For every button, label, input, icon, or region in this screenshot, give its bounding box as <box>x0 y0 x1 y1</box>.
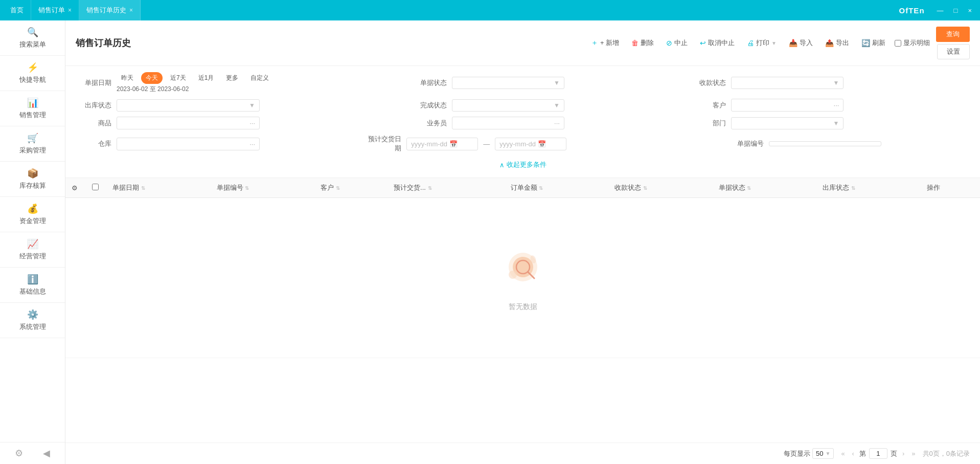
col-customer-label: 客户 <box>321 184 334 191</box>
table-settings-col[interactable]: ⚙ <box>65 178 86 198</box>
sidebar-settings-btn[interactable]: ⚙ <box>15 448 23 459</box>
print-dropdown-icon[interactable]: ▼ <box>771 40 777 46</box>
cancel-stop-btn-label: 取消中止 <box>708 38 735 48</box>
filter-settings-btn[interactable]: 设置 <box>937 44 970 59</box>
minimize-btn[interactable]: — <box>934 7 947 14</box>
sidebar-item-quick-nav[interactable]: ⚡ 快捷导航 <box>0 56 65 91</box>
sidebar-item-system[interactable]: ⚙️ 系统管理 <box>0 303 65 338</box>
tab-sales-order[interactable]: 销售订单 × <box>31 0 79 20</box>
collapse-up-icon: ∧ <box>499 161 505 169</box>
refresh-btn[interactable]: 🔄 刷新 <box>858 36 888 50</box>
warehouse-dots[interactable]: ··· <box>249 140 255 148</box>
col-customer[interactable]: 客户 ⇅ <box>314 178 388 198</box>
first-page-btn[interactable]: « <box>839 449 847 458</box>
col-customer-sort[interactable]: ⇅ <box>336 185 340 191</box>
date-yesterday[interactable]: 昨天 <box>117 72 138 84</box>
select-all-checkbox[interactable] <box>92 184 99 190</box>
col-amount[interactable]: 订单金额 ⇅ <box>505 178 609 198</box>
col-delivery-date[interactable]: 预计交货... ⇅ <box>388 178 505 198</box>
col-date[interactable]: 单据日期 ⇅ <box>106 178 211 198</box>
sidebar-collapse-btn[interactable]: ◀ <box>43 448 50 459</box>
delivery-date-label: 预计交货日期 <box>366 135 406 153</box>
calendar-end-icon[interactable]: 📅 <box>538 140 546 148</box>
search-menu-icon: 🔍 <box>27 27 38 38</box>
print-btn-label: 打印 <box>756 38 769 48</box>
department-select[interactable]: ▼ <box>731 117 844 129</box>
last-page-btn[interactable]: » <box>909 449 917 458</box>
col-delivery-date-sort[interactable]: ⇅ <box>428 185 432 191</box>
delete-btn[interactable]: 🗑 删除 <box>628 36 657 50</box>
col-delivery-status-label: 出库状态 <box>823 184 849 191</box>
col-payment-status[interactable]: 收款状态 ⇅ <box>608 178 713 198</box>
salesperson-input[interactable]: ··· <box>452 117 564 129</box>
tab-sales-order-close[interactable]: × <box>68 7 72 14</box>
display-cols-checkbox[interactable]: 显示明细 <box>895 38 930 48</box>
complete-status-select[interactable]: ▼ <box>452 99 564 112</box>
sidebar-item-search[interactable]: 🔍 搜索菜单 <box>0 20 65 56</box>
customer-input[interactable]: ··· <box>731 99 844 112</box>
new-btn[interactable]: ＋ + 新增 <box>588 36 622 50</box>
col-delivery-status-sort[interactable]: ⇅ <box>851 185 855 191</box>
order-status-select[interactable]: ▼ <box>452 77 564 89</box>
calendar-start-icon[interactable]: 📅 <box>449 140 458 148</box>
col-order-status-sort[interactable]: ⇅ <box>747 185 751 191</box>
sidebar-item-finance[interactable]: 💰 资金管理 <box>0 197 65 232</box>
col-number[interactable]: 单据编号 ⇅ <box>211 178 315 198</box>
sidebar-item-purchase[interactable]: 🛒 采购管理 <box>0 126 65 162</box>
delivery-date-end-input[interactable]: yyyy-mm-dd 📅 <box>495 138 566 150</box>
col-number-sort[interactable]: ⇅ <box>245 185 249 191</box>
tab-sales-history-close[interactable]: × <box>129 7 133 14</box>
delivery-date-end-text: yyyy-mm-dd <box>499 140 536 148</box>
col-payment-status-label: 收款状态 <box>614 184 641 191</box>
tab-sales-history[interactable]: 销售订单历史 × <box>79 0 141 20</box>
warehouse-input[interactable]: ··· <box>117 138 260 150</box>
collapse-label: 收起更多条件 <box>507 160 546 169</box>
sidebar-item-sales[interactable]: 📊 销售管理 <box>0 91 65 126</box>
collapse-row[interactable]: ∧ 收起更多条件 <box>76 158 970 171</box>
date-today[interactable]: 今天 <box>141 72 163 84</box>
date-1month[interactable]: 近1月 <box>194 72 219 84</box>
delivery-status-label: 出库状态 <box>76 101 117 110</box>
salesperson-dots[interactable]: ··· <box>554 119 560 127</box>
print-btn[interactable]: 🖨 打印 ▼ <box>744 36 780 50</box>
col-date-sort[interactable]: ⇅ <box>141 185 145 191</box>
delivery-date-start-input[interactable]: yyyy-mm-dd 📅 <box>406 138 478 150</box>
stop-btn[interactable]: ⊘ 中止 <box>663 36 691 50</box>
payment-status-select[interactable]: ▼ <box>731 77 844 89</box>
current-page-input[interactable] <box>869 448 887 459</box>
col-order-status[interactable]: 单据状态 ⇅ <box>713 178 817 198</box>
date-7days[interactable]: 近7天 <box>166 72 191 84</box>
department-label: 部门 <box>690 119 731 128</box>
query-btn[interactable]: 查询 <box>936 27 970 42</box>
import-btn[interactable]: 📥 导入 <box>786 36 816 50</box>
sidebar-item-inventory[interactable]: 📦 库存核算 <box>0 162 65 197</box>
date-more[interactable]: 更多 <box>221 72 243 84</box>
customer-dots[interactable]: ··· <box>834 101 839 109</box>
cancel-stop-btn[interactable]: ↩ 取消中止 <box>697 36 738 50</box>
close-btn[interactable]: × <box>965 7 975 14</box>
export-btn[interactable]: 📤 导出 <box>822 36 852 50</box>
page-size-selector[interactable]: 50 ▼ <box>812 448 834 459</box>
product-input[interactable]: ··· <box>117 117 260 129</box>
date-custom[interactable]: 自定义 <box>246 72 274 84</box>
display-cols-check[interactable] <box>895 40 901 47</box>
filter-row-4: 仓库 ··· 预计交货日期 yyyy-mm-dd 📅 — yyyy <box>76 135 970 153</box>
sidebar-item-finance-label: 资金管理 <box>19 216 46 226</box>
brand-label: OfTEn <box>899 6 925 15</box>
col-action: 操作 <box>921 178 980 198</box>
display-cols-label: 显示明细 <box>903 38 930 48</box>
prev-page-btn[interactable]: ‹ <box>850 449 856 458</box>
tab-home[interactable]: 首页 <box>5 0 31 20</box>
sidebar-item-basic-info[interactable]: ℹ️ 基础信息 <box>0 268 65 303</box>
col-amount-sort[interactable]: ⇅ <box>539 185 543 191</box>
sidebar-item-operations[interactable]: 📈 经营管理 <box>0 232 65 268</box>
product-dots[interactable]: ··· <box>249 119 255 127</box>
table-body: 暂无数据 <box>65 198 980 358</box>
col-delivery-status[interactable]: 出库状态 ⇅ <box>816 178 921 198</box>
delivery-status-select[interactable]: ▼ <box>117 99 260 112</box>
col-payment-status-sort[interactable]: ⇅ <box>643 185 647 191</box>
maximize-btn[interactable]: □ <box>951 7 961 14</box>
next-page-btn[interactable]: › <box>900 449 906 458</box>
total-info: 共0页，0条记录 <box>923 449 970 458</box>
order-number-input[interactable] <box>769 141 881 146</box>
